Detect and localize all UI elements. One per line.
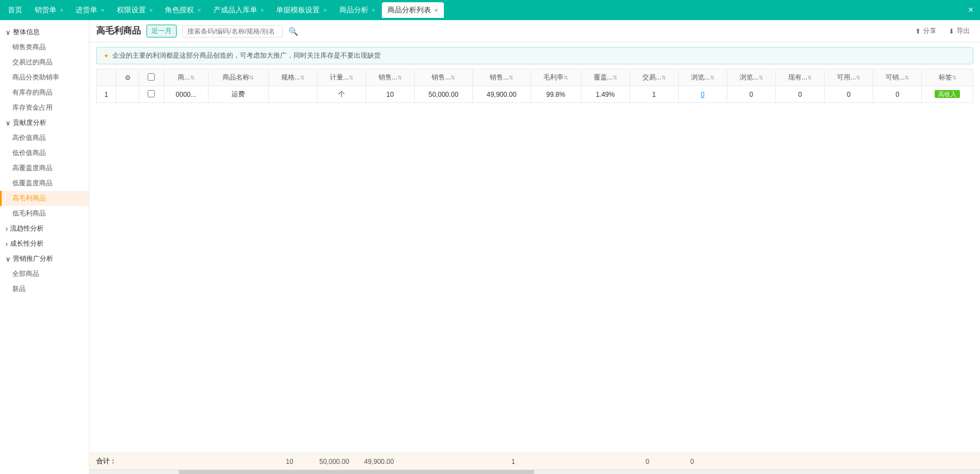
col-header-settings: ⚙ (116, 69, 139, 86)
group-label: 营销推广分析 (13, 254, 53, 264)
sidebar-item-新品[interactable]: 新品 (0, 281, 89, 297)
col-header-trade_count[interactable]: 交易...⇅ (629, 69, 678, 86)
close-tab-icon[interactable]: × (60, 7, 63, 13)
close-tab-icon[interactable]: × (149, 7, 153, 13)
col-header-name[interactable]: 商品名称⇅ (208, 69, 268, 86)
nav-tab-进货单[interactable]: 进货单× (70, 2, 110, 18)
close-tab-icon[interactable]: × (101, 7, 104, 13)
export-button[interactable]: ⬇ 导出 (945, 25, 973, 37)
nav-tab-单据模板设置[interactable]: 单据模板设置× (271, 2, 332, 18)
sidebar-group-营销推广分析[interactable]: ∨营销推广分析 (0, 251, 89, 266)
cell-browse1[interactable]: 0 (678, 86, 727, 103)
sort-icon-coverage[interactable]: ⇅ (613, 74, 617, 81)
group-arrow-icon: ∨ (6, 29, 11, 36)
sidebar-item-高覆盖度商品[interactable]: 高覆盖度商品 (0, 161, 89, 176)
sidebar-item-销售类商品[interactable]: 销售类商品 (0, 40, 89, 55)
col-header-sellable_stock[interactable]: 可销...⇅ (873, 69, 922, 86)
sidebar-item-有库存的商品[interactable]: 有库存的商品 (0, 85, 89, 100)
sort-icon-name[interactable]: ⇅ (249, 74, 254, 81)
content-area: 高毛利商品 近一月 🔍 ⬆ 分享 ⬇ 导出 ✦ 企业的主要的利润都是这部分商品创… (89, 20, 980, 474)
sort-icon-sales_profit[interactable]: ⇅ (509, 74, 513, 81)
horizontal-scrollbar[interactable] (89, 470, 980, 474)
info-icon: ✦ (103, 52, 109, 60)
col-header-available_stock[interactable]: 可用...⇅ (825, 69, 873, 86)
sidebar-group-流趋性分析[interactable]: ›流趋性分析 (0, 221, 89, 236)
select-all-checkbox[interactable] (148, 73, 155, 81)
sidebar-item-交易过的商品[interactable]: 交易过的商品 (0, 55, 89, 70)
row-checkbox[interactable] (148, 90, 155, 97)
sort-icon-current_stock[interactable]: ⇅ (807, 74, 812, 81)
info-text: 企业的主要的利润都是这部分商品创造的，可考虑加大推广，同时关注库存是不要出现缺货 (112, 51, 381, 60)
sidebar-item-低毛利商品[interactable]: 低毛利商品 (0, 206, 89, 221)
sort-icon-available_stock[interactable]: ⇅ (856, 74, 860, 81)
browse-link[interactable]: 0 (701, 91, 705, 98)
nav-tab-商品分析[interactable]: 商品分析× (334, 2, 381, 18)
close-tab-icon[interactable]: × (323, 7, 326, 13)
share-button[interactable]: ⬆ 分享 (912, 25, 940, 37)
sidebar-item-库存资金占用[interactable]: 库存资金占用 (0, 100, 89, 115)
sidebar-group-整体信息[interactable]: ∨整体信息 (0, 25, 89, 40)
col-header-sales_amount[interactable]: 销售...⇅ (414, 69, 472, 86)
sort-icon-sales_amount[interactable]: ⇅ (451, 74, 455, 81)
sidebar-item-全部商品[interactable]: 全部商品 (0, 266, 89, 281)
nav-tab-权限设置[interactable]: 权限设置× (111, 2, 158, 18)
sort-icon-trade_count[interactable]: ⇅ (661, 74, 666, 81)
group-arrow-icon: ∨ (6, 255, 11, 263)
cell-tag: 高收入 (922, 86, 973, 103)
group-label: 成长性分析 (10, 239, 44, 248)
table-wrapper: ⚙商...⇅商品名称⇅规格...⇅计量...⇅销售...⇅销售...⇅销售...… (89, 69, 980, 453)
col-header-browse2[interactable]: 浏览...⇅ (727, 69, 775, 86)
sort-icon-sellable_stock[interactable]: ⇅ (905, 74, 909, 81)
col-header-current_stock[interactable]: 现有...⇅ (776, 69, 825, 86)
sort-icon-sales_count[interactable]: ⇅ (397, 74, 402, 81)
close-tab-icon[interactable]: × (372, 7, 375, 13)
col-header-gross_margin[interactable]: 毛利率⇅ (531, 69, 581, 86)
scrollbar-thumb[interactable] (178, 470, 534, 474)
sort-icon-gross_margin[interactable]: ⇅ (564, 74, 568, 81)
filter-recent-month[interactable]: 近一月 (146, 25, 177, 37)
nav-tab-角色授权[interactable]: 角色授权× (159, 2, 206, 18)
close-tab-icon[interactable]: × (261, 7, 264, 13)
sidebar-item-高毛利商品[interactable]: 高毛利商品 (0, 191, 89, 206)
col-header-tag[interactable]: 标签⇅ (922, 69, 973, 86)
col-header-code[interactable]: 商...⇅ (164, 69, 208, 86)
footer-sales-profit: 49,900.00 (362, 458, 396, 466)
sort-icon-browse1[interactable]: ⇅ (710, 74, 714, 81)
table-row[interactable]: 10000...运费个1050,000.0049,900.0099.8%1.49… (97, 86, 973, 103)
sidebar-item-高价值商品[interactable]: 高价值商品 (0, 130, 89, 146)
close-all-tabs[interactable]: × (964, 5, 978, 15)
cell-settings[interactable] (116, 86, 139, 103)
col-label-available_stock: 可用... (837, 73, 856, 81)
sidebar-item-低覆盖度商品[interactable]: 低覆盖度商品 (0, 176, 89, 191)
col-header-sales_count[interactable]: 销售...⇅ (366, 69, 414, 86)
col-header-spec[interactable]: 规格...⇅ (268, 69, 317, 86)
sort-icon-spec[interactable]: ⇅ (300, 74, 305, 81)
sort-icon-unit[interactable]: ⇅ (349, 74, 353, 81)
cell-sellable_stock: 0 (873, 86, 922, 103)
sort-icon-tag[interactable]: ⇅ (952, 74, 957, 81)
close-tab-icon[interactable]: × (434, 7, 438, 13)
sidebar-item-低价值商品[interactable]: 低价值商品 (0, 146, 89, 161)
sort-icon-browse2[interactable]: ⇅ (759, 74, 763, 81)
col-header-coverage[interactable]: 覆盖...⇅ (581, 69, 629, 86)
cell-checkbox[interactable] (139, 86, 164, 103)
nav-tab-商品分析列表[interactable]: 商品分析列表× (382, 2, 443, 18)
sidebar-group-贡献度分析[interactable]: ∨贡献度分析 (0, 115, 89, 130)
sidebar-item-商品分类助销率[interactable]: 商品分类助销率 (0, 70, 89, 85)
col-header-unit[interactable]: 计量...⇅ (317, 69, 366, 86)
export-icon: ⬇ (949, 27, 954, 35)
nav-tab-首页[interactable]: 首页 (2, 2, 28, 18)
search-button[interactable]: 🔍 (288, 27, 298, 36)
col-header-browse1[interactable]: 浏览...⇅ (678, 69, 727, 86)
close-tab-icon[interactable]: × (197, 7, 201, 13)
sort-icon-code[interactable]: ⇅ (190, 74, 195, 81)
nav-tab-销货单[interactable]: 销货单× (29, 2, 69, 18)
col-label-browse1: 浏览... (691, 73, 710, 81)
search-input[interactable] (182, 25, 283, 37)
nav-tab-产成品入库单[interactable]: 产成品入库单× (208, 2, 269, 18)
cell-name: 运费 (208, 86, 268, 103)
sidebar-group-成长性分析[interactable]: ›成长性分析 (0, 236, 89, 251)
col-label-trade_count: 交易... (642, 73, 661, 81)
settings-icon[interactable]: ⚙ (125, 74, 131, 82)
col-header-sales_profit[interactable]: 销售...⇅ (472, 69, 531, 86)
